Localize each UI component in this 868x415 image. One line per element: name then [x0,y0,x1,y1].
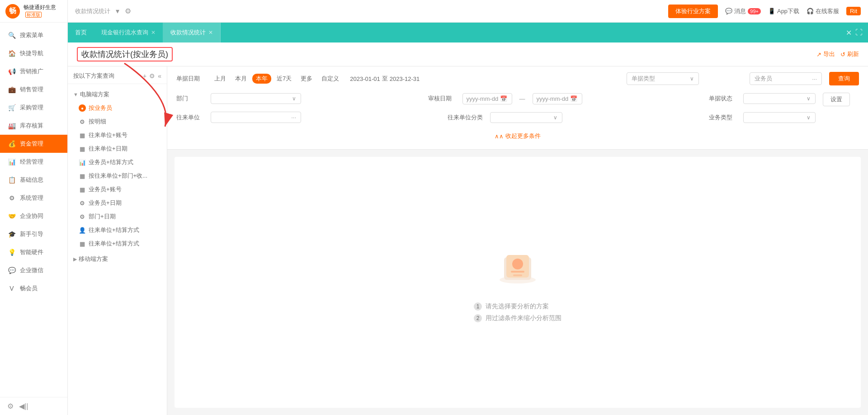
scheme-item-salesperson-settle[interactable]: 📊 业务员+结算方式 [68,156,167,169]
panel-header: 按以下方案查询 + ⚙ « [68,72,167,84]
message-label: 消息 [734,7,746,15]
date-tab-custom[interactable]: 自定义 [318,74,343,84]
date-tab-this-year[interactable]: 本年 [252,74,271,84]
add-scheme-icon[interactable]: + [143,72,146,80]
date-tab-more[interactable]: 更多 [297,74,316,84]
voucher-status-select[interactable]: ∨ [743,93,816,104]
settings-footer-icon[interactable]: ⚙ [7,402,14,410]
settings-icon[interactable]: ⚙ [125,7,131,15]
content-area: 按以下方案查询 + ⚙ « ▼ 电脑端方案 ● 按业务员 [68,66,868,415]
query-button[interactable]: 查询 [829,72,859,85]
voucher-type-select[interactable]: 单据类型 ∨ [627,72,699,85]
table-icon2: ▦ [79,145,86,152]
panel-actions: + ⚙ « [143,72,161,80]
nav-quick-nav[interactable]: 🏠 快捷导航 [0,44,67,62]
scheme-item-partner-date[interactable]: ▦ 往来单位+日期 [68,142,167,156]
sidebar-logo: 畅 畅捷通好生意 标准版 [0,0,67,23]
header-gear-icon[interactable]: ▾ [116,7,119,15]
nav-system[interactable]: ⚙ 系统管理 [0,189,67,207]
tab-close-icon[interactable]: ✕ [151,29,156,36]
app-download-btn[interactable]: 📱 App下载 [768,7,799,15]
audit-date-to[interactable]: yyyy-mm-dd 📅 [533,93,582,104]
service-icon: 🎧 [807,8,814,14]
settings-button[interactable]: 设置 [823,93,850,106]
tab-close-icon2[interactable]: ✕ [208,29,213,36]
nav-purchase[interactable]: 🛒 采购管理 [0,99,67,117]
sales-icon: 💼 [7,85,16,94]
partner-category-select[interactable]: ∨ [490,112,562,123]
scheme-item-partner-settle1[interactable]: 👤 往来单位+结算方式 [68,223,167,237]
filter-area: 单据日期 上月 本月 本年 近7天 更多 自定义 2023-01-01 至 [167,66,868,150]
scheme-item-label: 按往来单位+部门+收... [89,172,147,180]
date-tab-7days[interactable]: 近7天 [273,74,295,84]
nav-label: 智能硬件 [20,248,43,256]
tab-collection-stats[interactable]: 收款情况统计 ✕ [163,23,221,42]
collapse-filter-btn[interactable]: ∧∧ 收起更多条件 [495,132,541,140]
message-icon: 💬 [725,8,732,14]
tab-home[interactable]: 首页 [68,23,94,42]
salesperson-select[interactable]: 业务员 ··· [750,72,822,85]
scheme-item-partner-account[interactable]: ▦ 往来单位+账号 [68,128,167,142]
scheme-settings-icon[interactable]: ⚙ [149,72,155,80]
partner-select[interactable]: ··· [211,112,301,123]
scheme-item-partner-settle2[interactable]: ▦ 往来单位+结算方式 [68,237,167,250]
nav-label: 快捷导航 [20,49,43,57]
scheme-group-desktop-header[interactable]: ▼ 电脑端方案 [68,88,167,101]
dept-select[interactable]: ∨ [211,93,301,104]
online-service-btn[interactable]: 🎧 在线客服 [807,7,839,15]
scheme-item-by-salesperson[interactable]: ● 按业务员 [68,101,167,115]
nav-basic-info[interactable]: 📋 基础信息 [0,171,67,189]
tab-expand-icon[interactable]: ⛶ [855,28,863,37]
partner-more-icon[interactable]: ··· [291,114,296,121]
scheme-item-salesperson-account[interactable]: ▦ 业务员+账号 [68,183,167,196]
search-icon: 🔍 [7,31,16,40]
nav-marketing[interactable]: 📢 营销推广 [0,62,67,80]
nav-enterprise[interactable]: 🤝 企业协同 [0,207,67,225]
date-tab-last-month[interactable]: 上月 [211,74,230,84]
scheme-item-label: 按业务员 [89,104,112,112]
refresh-btn[interactable]: ↺ 刷新 [840,50,859,58]
collapse-sidebar-icon[interactable]: ◀|| [19,402,28,410]
home-tab-label: 首页 [75,28,87,37]
nav-inventory[interactable]: 🏭 库存核算 [0,117,67,135]
collapse-panel-icon[interactable]: « [158,72,161,80]
nav-sales[interactable]: 💼 销售管理 [0,80,67,99]
table-icon5: ▦ [79,240,86,247]
svg-point-3 [512,259,523,269]
trial-button[interactable]: 体验行业方案 [668,5,718,18]
tab-close-all-icon[interactable]: ✕ [846,28,852,37]
scheme-item-salesperson-date[interactable]: ⚙ 业务员+日期 [68,196,167,210]
date-to: 2023-12-31 [390,75,420,82]
nav-finance[interactable]: 💰 资金管理 [0,135,67,153]
right-panel: 单据日期 上月 本月 本年 近7天 更多 自定义 2023-01-01 至 [167,66,868,415]
audit-date-from[interactable]: yyyy-mm-dd 📅 [462,93,512,104]
logo-icon: 畅 [5,4,20,19]
business-type-select[interactable]: ∨ [743,112,816,123]
business-type-chevron-icon: ∨ [807,114,811,121]
scheme-item-partner-dept[interactable]: ▦ 按往来单位+部门+收... [68,169,167,183]
tab-bank-flow[interactable]: 现金银行流水查询 ✕ [94,23,163,42]
date-separator: 至 [382,75,388,83]
scheme-group-mobile-header[interactable]: ▶ 移动端方案 [68,252,167,266]
scheme-item-dept-date[interactable]: ⚙ 部门+日期 [68,210,167,223]
detail-icon: ⚙ [79,118,86,125]
nav-smart-hardware[interactable]: 💡 智能硬件 [0,243,67,261]
export-btn[interactable]: ↗ 导出 [816,50,835,58]
calendar-icon: 📅 [500,95,507,102]
date-tab-this-month[interactable]: 本月 [231,74,250,84]
sidebar-footer: ⚙ ◀|| [0,397,67,415]
nav-operation[interactable]: 📊 经营管理 [0,153,67,171]
logo-text: 畅捷通好生意 [24,4,56,11]
service-label: 在线客服 [816,7,839,15]
date-range: 2023-01-01 至 2023-12-31 [350,75,420,83]
nav-search-menu[interactable]: 🔍 搜索菜单 [0,26,67,44]
message-btn[interactable]: 💬 消息 99+ [725,7,761,15]
nav-member[interactable]: V 畅会员 [0,279,67,297]
scheme-item-label: 往来单位+账号 [89,131,127,139]
nav-beginner[interactable]: 🎓 新手引导 [0,225,67,243]
header-actions: 体验行业方案 💬 消息 99+ 📱 App下载 🎧 在线客服 Rit [668,5,861,18]
nav-wechat[interactable]: 💬 企业微信 [0,261,67,279]
scheme-item-by-detail[interactable]: ⚙ 按明细 [68,115,167,128]
user-avatar[interactable]: Rit [846,7,861,15]
more-options-icon[interactable]: ··· [812,75,817,82]
